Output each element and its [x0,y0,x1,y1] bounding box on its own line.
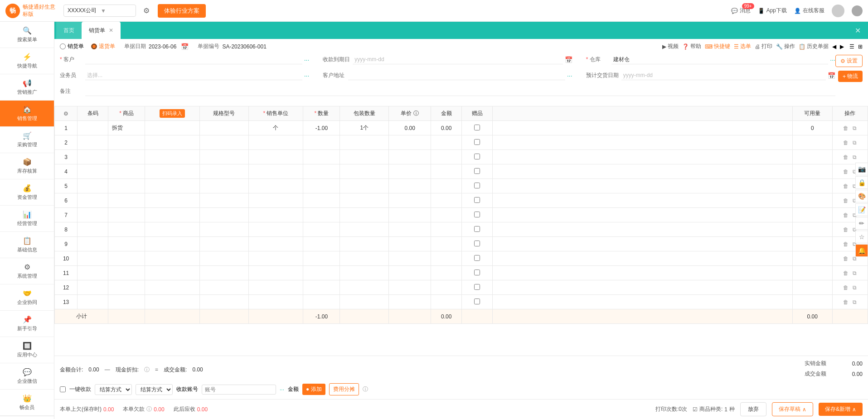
gift-checkbox[interactable] [474,183,480,188]
save-new-button[interactable]: 保存&新增 ∧ [819,403,863,416]
gift-checkbox[interactable] [474,226,480,232]
row-unit[interactable] [248,135,303,150]
copy-icon[interactable]: ⧉ [853,299,857,305]
logistics-button[interactable]: + 物流 [838,71,863,82]
row-spec[interactable] [199,121,248,135]
trial-button[interactable]: 体验行业方案 [158,4,206,18]
row-pack-qty[interactable] [340,222,389,237]
delete-icon[interactable]: 🗑 [843,299,849,305]
row-pack-qty[interactable] [340,237,389,251]
due-date-input[interactable] [353,55,563,64]
row-unit[interactable] [248,222,303,237]
row-unit[interactable] [248,295,303,309]
row-unit-price[interactable] [389,179,431,193]
th-gear[interactable]: ⚙ [55,106,78,121]
bill-type-return[interactable]: 退货单 [91,43,115,50]
row-unit-price[interactable] [389,150,431,164]
row-spec[interactable] [199,135,248,150]
gift-checkbox[interactable] [474,255,480,261]
row-goods[interactable] [108,222,145,237]
row-pack-qty[interactable] [340,135,389,150]
row-gift[interactable] [462,135,493,150]
copy-icon[interactable]: ⧉ [853,154,857,160]
row-amount[interactable] [431,237,462,251]
tab-sales-bill[interactable]: 销货单 ✕ [82,22,121,39]
row-unit[interactable] [248,179,303,193]
salesperson-input[interactable] [85,71,302,80]
row-amount[interactable] [431,135,462,150]
float-btn-color[interactable]: 🎨 [855,190,868,202]
row-qty[interactable] [303,295,340,309]
warehouse-ellipsis-icon[interactable]: ··· [830,56,835,63]
row-qty[interactable]: -1.00 [303,121,340,135]
row-gift[interactable] [462,208,493,222]
row-gift[interactable] [462,121,493,135]
gift-checkbox[interactable] [474,168,480,174]
user-menu[interactable] [852,5,863,16]
row-gift[interactable] [462,150,493,164]
copy-icon[interactable]: ⧉ [853,125,857,131]
notes-input[interactable] [85,87,835,96]
account-input[interactable] [202,385,276,395]
address-ellipsis-icon[interactable]: ··· [567,72,572,79]
sidebar-item-purchase[interactable]: 🛒 采购管理 [0,127,54,153]
row-pack-qty[interactable] [340,164,389,179]
delete-icon[interactable]: 🗑 [843,226,849,233]
row-goods[interactable] [108,193,145,208]
row-amount[interactable] [431,193,462,208]
row-goods[interactable] [108,150,145,164]
row-qty[interactable] [303,179,340,193]
one-click-pay-checkbox[interactable] [60,386,66,392]
row-pack-qty[interactable] [340,251,389,266]
copy-icon[interactable]: ⧉ [853,140,857,146]
row-qty[interactable] [303,222,340,237]
row-qty[interactable] [303,193,340,208]
sidebar-item-inventory[interactable]: 📦 库存核算 [0,153,54,179]
row-amount[interactable] [431,251,462,266]
row-spec[interactable] [199,164,248,179]
row-unit-price[interactable] [389,135,431,150]
setting-button[interactable]: ⚙ 设置 [835,55,863,67]
settlement-method-select[interactable]: 结算方式 [95,384,132,395]
row-unit-price[interactable]: 0.00 [389,121,431,135]
row-qty[interactable] [303,280,340,295]
row-amount[interactable] [431,179,462,193]
row-spec[interactable] [199,150,248,164]
row-unit-price[interactable] [389,266,431,280]
row-qty[interactable] [303,251,340,266]
row-qty[interactable] [303,208,340,222]
row-gift[interactable] [462,222,493,237]
row-gift[interactable] [462,251,493,266]
row-goods[interactable] [108,295,145,309]
delete-icon[interactable]: 🗑 [843,197,849,204]
row-goods[interactable] [108,179,145,193]
row-spec[interactable] [199,208,248,222]
row-amount[interactable] [431,266,462,280]
gift-checkbox[interactable] [474,299,480,304]
delete-icon[interactable]: 🗑 [843,270,849,276]
gift-checkbox[interactable] [474,197,480,203]
app-download-button[interactable]: 📱 App下载 [758,7,787,14]
prev-bill-icon[interactable]: ◀ [832,43,836,50]
row-amount[interactable] [431,280,462,295]
row-qty[interactable] [303,266,340,280]
row-unit-price[interactable] [389,295,431,309]
radio-return[interactable] [91,43,97,49]
row-goods[interactable] [108,237,145,251]
row-unit-price[interactable] [389,251,431,266]
row-unit[interactable] [248,251,303,266]
warehouse-input[interactable] [611,55,829,64]
customer-ellipsis-icon[interactable]: ··· [304,56,310,63]
row-qty[interactable] [303,237,340,251]
row-gift[interactable] [462,237,493,251]
row-pack-qty[interactable] [340,150,389,164]
row-pack-qty[interactable] [340,266,389,280]
row-goods[interactable] [108,164,145,179]
sidebar-item-enterprise[interactable]: 🤝 企业协同 [0,284,54,311]
sidebar-item-finance[interactable]: 💰 资金管理 [0,179,54,206]
row-amount[interactable] [431,295,462,309]
row-goods[interactable] [108,280,145,295]
sidebar-item-system[interactable]: ⚙ 系统管理 [0,258,54,284]
float-btn-star[interactable]: ☆ [855,231,868,243]
message-button[interactable]: 💬 消息 99+ [731,7,751,14]
